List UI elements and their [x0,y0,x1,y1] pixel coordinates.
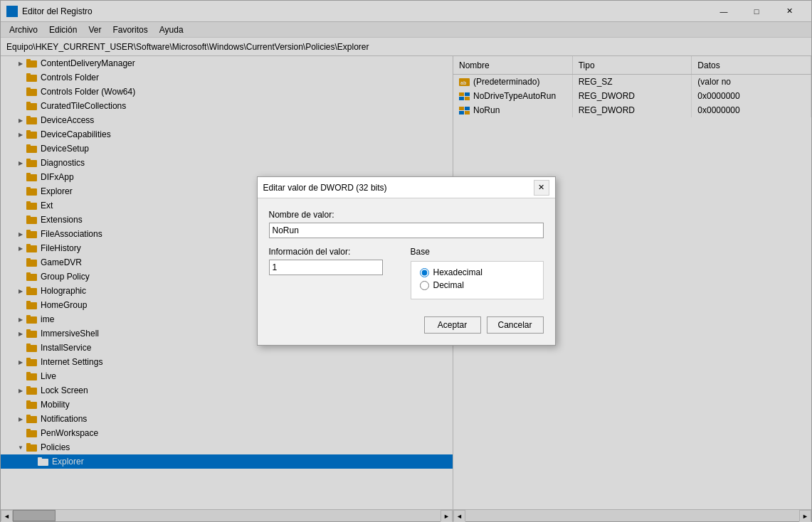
dialog-footer: Aceptar Cancelar [258,311,555,345]
dialog-close-button[interactable]: ✕ [534,180,549,196]
dialog-title: Editar valor de DWORD (32 bits) [263,183,534,193]
value-info-col: Información del valor: [269,247,402,299]
dialog-title-bar: Editar valor de DWORD (32 bits) ✕ [258,177,555,198]
hex-radio[interactable] [420,268,429,277]
base-label: Base [411,247,544,257]
dialog-dword: Editar valor de DWORD (32 bits) ✕ Nombre… [257,176,556,346]
value-name-input[interactable] [269,223,544,238]
value-info-row: Información del valor: Base Hexadecimal [269,247,544,299]
dialog-body: Nombre de valor: Información del valor: … [258,198,555,311]
dec-label: Decimal [433,280,464,290]
main-window: Editor del Registro — □ ✕ Archivo Edició… [0,0,812,522]
cancel-button[interactable]: Cancelar [487,316,544,334]
base-col: Base Hexadecimal Decimal [411,247,544,299]
value-name-label: Nombre de valor: [269,210,544,220]
value-info-label: Información del valor: [269,247,402,257]
ok-button[interactable]: Aceptar [424,316,481,334]
value-name-group: Nombre de valor: [269,210,544,238]
radio-decimal[interactable]: Decimal [420,280,534,290]
dec-radio[interactable] [420,281,429,290]
value-info-input[interactable] [269,260,383,275]
hex-label: Hexadecimal [433,267,483,277]
radio-hexadecimal[interactable]: Hexadecimal [420,267,534,277]
base-group: Hexadecimal Decimal [411,261,544,299]
modal-overlay: Editar valor de DWORD (32 bits) ✕ Nombre… [1,1,811,521]
